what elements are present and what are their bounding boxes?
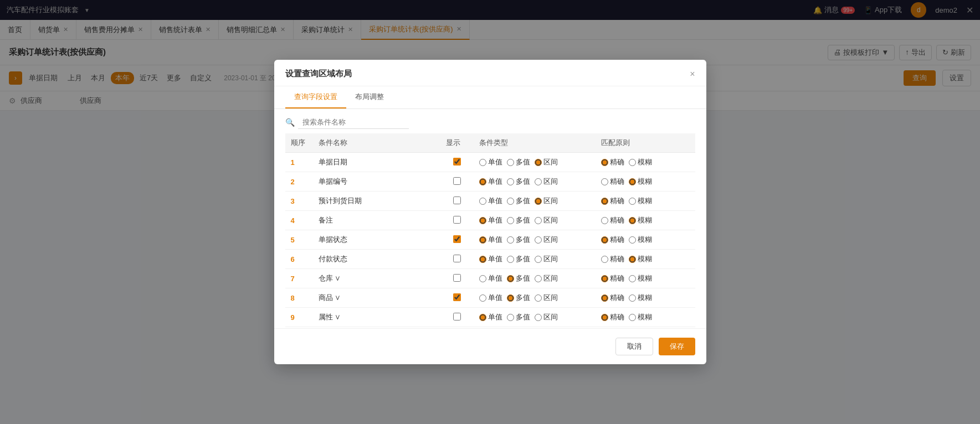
- search-input[interactable]: [298, 116, 409, 129]
- display-checkbox-6[interactable]: [453, 274, 461, 282]
- type-option-多值-3[interactable]: 多值: [507, 215, 530, 225]
- type-option-label-多值-6: 多值: [516, 273, 530, 283]
- type-option-多值-4[interactable]: 多值: [507, 235, 530, 245]
- row-order-0: 1: [285, 153, 313, 172]
- match-option-精确-8[interactable]: 精确: [601, 312, 624, 322]
- row-display-7[interactable]: [440, 288, 474, 308]
- match-option-精确-3[interactable]: 精确: [601, 215, 624, 225]
- display-checkbox-8[interactable]: [453, 313, 461, 320]
- row-display-4[interactable]: [440, 230, 474, 250]
- display-checkbox-5[interactable]: [453, 255, 461, 262]
- row-display-8[interactable]: [440, 308, 474, 327]
- display-checkbox-2[interactable]: [453, 197, 461, 204]
- row-display-5[interactable]: [440, 250, 474, 269]
- row-match-5: 精确模糊: [596, 250, 695, 269]
- row-match-4: 精确模糊: [596, 230, 695, 250]
- type-option-多值-7[interactable]: 多值: [507, 293, 530, 303]
- display-checkbox-1[interactable]: [453, 177, 461, 185]
- display-checkbox-3[interactable]: [453, 216, 461, 224]
- type-option-单值-0[interactable]: 单值: [479, 157, 502, 167]
- type-option-多值-2[interactable]: 多值: [507, 196, 530, 206]
- match-option-精确-2[interactable]: 精确: [601, 196, 624, 206]
- cancel-button[interactable]: 取消: [615, 338, 653, 355]
- row-order-4: 5: [285, 230, 313, 250]
- match-option-精确-0[interactable]: 精确: [601, 157, 624, 167]
- type-option-单值-8[interactable]: 单值: [479, 312, 502, 322]
- type-option-区间-6[interactable]: 区间: [535, 273, 558, 283]
- table-row: 5单据状态单值多值区间精确模糊: [285, 230, 695, 250]
- type-option-label-单值-3: 单值: [488, 215, 502, 225]
- type-option-label-单值-1: 单值: [488, 177, 502, 187]
- display-checkbox-7[interactable]: [453, 293, 461, 301]
- match-option-label-模糊-5: 模糊: [638, 254, 652, 264]
- type-option-label-单值-2: 单值: [488, 196, 502, 206]
- match-option-模糊-7[interactable]: 模糊: [629, 293, 652, 303]
- dialog-tabs: 查询字段设置 布局调整: [274, 86, 706, 109]
- row-display-6[interactable]: [440, 269, 474, 288]
- type-option-label-单值-5: 单值: [488, 254, 502, 264]
- dialog-title: 设置查询区域布局: [285, 69, 352, 79]
- save-button[interactable]: 保存: [659, 338, 695, 355]
- dialog-close-button[interactable]: ×: [690, 69, 695, 79]
- match-option-模糊-2[interactable]: 模糊: [629, 196, 652, 206]
- type-option-多值-1[interactable]: 多值: [507, 177, 530, 187]
- dialog-footer: 取消 保存: [274, 328, 706, 364]
- match-option-label-模糊-1: 模糊: [638, 177, 652, 187]
- type-option-单值-2[interactable]: 单值: [479, 196, 502, 206]
- row-type-5: 单值多值区间: [474, 250, 596, 269]
- row-type-2: 单值多值区间: [474, 192, 596, 211]
- type-option-区间-0[interactable]: 区间: [535, 157, 558, 167]
- display-checkbox-0[interactable]: [453, 158, 461, 166]
- row-display-0[interactable]: [440, 153, 474, 172]
- type-option-多值-5[interactable]: 多值: [507, 254, 530, 264]
- match-option-label-模糊-3: 模糊: [638, 215, 652, 225]
- match-option-label-精确-5: 精确: [610, 254, 624, 264]
- match-option-精确-6[interactable]: 精确: [601, 273, 624, 283]
- row-type-7: 单值多值区间: [474, 288, 596, 308]
- row-match-3: 精确模糊: [596, 211, 695, 230]
- type-option-区间-5[interactable]: 区间: [535, 254, 558, 264]
- type-option-label-多值-8: 多值: [516, 312, 530, 322]
- type-option-区间-1[interactable]: 区间: [535, 177, 558, 187]
- display-checkbox-4[interactable]: [453, 235, 461, 243]
- match-option-精确-4[interactable]: 精确: [601, 235, 624, 245]
- row-order-5: 6: [285, 250, 313, 269]
- tab-layout-adjust[interactable]: 布局调整: [346, 86, 393, 108]
- match-option-模糊-0[interactable]: 模糊: [629, 157, 652, 167]
- type-option-多值-6[interactable]: 多值: [507, 273, 530, 283]
- table-row: 6付款状态单值多值区间精确模糊: [285, 250, 695, 269]
- match-option-精确-7[interactable]: 精确: [601, 293, 624, 303]
- type-option-单值-1[interactable]: 单值: [479, 177, 502, 187]
- type-option-区间-3[interactable]: 区间: [535, 215, 558, 225]
- match-option-精确-1[interactable]: 精确: [601, 177, 624, 187]
- match-option-模糊-1[interactable]: 模糊: [629, 177, 652, 187]
- type-option-区间-2[interactable]: 区间: [535, 196, 558, 206]
- type-option-单值-6[interactable]: 单值: [479, 273, 502, 283]
- row-name-8: 属性 ∨: [313, 308, 440, 327]
- type-option-区间-4[interactable]: 区间: [535, 235, 558, 245]
- match-option-模糊-8[interactable]: 模糊: [629, 312, 652, 322]
- type-option-单值-5[interactable]: 单值: [479, 254, 502, 264]
- type-option-单值-3[interactable]: 单值: [479, 215, 502, 225]
- row-display-1[interactable]: [440, 172, 474, 192]
- match-option-模糊-4[interactable]: 模糊: [629, 235, 652, 245]
- type-option-多值-8[interactable]: 多值: [507, 312, 530, 322]
- row-display-2[interactable]: [440, 192, 474, 211]
- match-option-模糊-5[interactable]: 模糊: [629, 254, 652, 264]
- row-display-3[interactable]: [440, 211, 474, 230]
- tab-query-fields[interactable]: 查询字段设置: [285, 86, 346, 108]
- match-option-模糊-6[interactable]: 模糊: [629, 273, 652, 283]
- table-row: 8商品 ∨单值多值区间精确模糊: [285, 288, 695, 308]
- type-option-单值-4[interactable]: 单值: [479, 235, 502, 245]
- match-option-label-精确-0: 精确: [610, 157, 624, 167]
- table-row: 2单据编号单值多值区间精确模糊: [285, 172, 695, 192]
- type-option-label-多值-4: 多值: [516, 235, 530, 245]
- match-option-精确-5[interactable]: 精确: [601, 254, 624, 264]
- table-row: 1单据日期单值多值区间精确模糊: [285, 153, 695, 172]
- type-option-多值-0[interactable]: 多值: [507, 157, 530, 167]
- type-option-单值-7[interactable]: 单值: [479, 293, 502, 303]
- type-option-区间-8[interactable]: 区间: [535, 312, 558, 322]
- type-option-区间-7[interactable]: 区间: [535, 293, 558, 303]
- match-option-模糊-3[interactable]: 模糊: [629, 215, 652, 225]
- col-header-display: 显示: [440, 133, 474, 153]
